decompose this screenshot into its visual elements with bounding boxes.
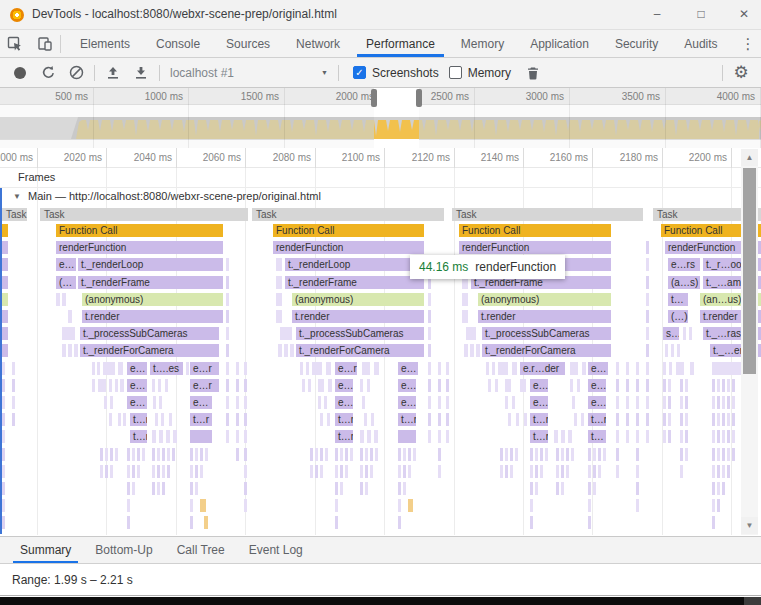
flame-bar[interactable]: e…r [190,379,219,392]
flame-fragment[interactable] [226,413,229,426]
flame-fragment[interactable] [132,482,135,495]
flame-fragment[interactable] [712,413,715,426]
flame-fragment[interactable] [320,465,323,478]
flame-fragment[interactable] [226,430,229,443]
flame-fragment[interactable] [318,396,321,409]
flame-fragment[interactable] [123,413,126,426]
flame-fragment[interactable] [398,482,401,495]
flame-bar[interactable]: e…r [190,362,219,375]
flame-bar[interactable]: (… [56,276,76,289]
flame-fragment[interactable] [204,516,208,529]
flame-fragment[interactable] [110,448,113,461]
flame-fragment[interactable] [408,465,411,478]
flame-fragment[interactable] [110,396,113,409]
flame-fragment[interactable] [167,448,170,461]
flame-fragment[interactable] [505,396,508,409]
tab-application[interactable]: Application [517,30,602,57]
flame-bar[interactable]: t… [588,430,606,443]
flame-fragment[interactable] [398,465,401,478]
flame-fragment[interactable] [226,258,229,271]
flame-fragment[interactable] [571,448,574,461]
flame-fragment[interactable] [157,448,160,461]
flame-fragment[interactable] [190,516,193,529]
task-header[interactable]: Task [452,208,643,221]
flame-fragment[interactable] [722,413,725,426]
flame-bar[interactable]: (anonymous) [478,293,611,306]
flame-fragment[interactable] [153,396,156,409]
flame-fragment[interactable] [408,448,411,461]
flame-fragment[interactable] [278,344,282,357]
flame-fragment[interactable] [680,379,683,392]
flame-fragment[interactable] [598,448,601,461]
flame-fragment[interactable] [488,379,491,392]
flame-fragment[interactable] [276,276,282,289]
load-profile-icon[interactable] [99,60,127,86]
flame-fragment[interactable] [105,448,108,461]
flame-bar[interactable]: t._renderFrame [285,276,424,289]
flame-fragment[interactable] [120,379,124,392]
flame-fragment[interactable] [588,516,591,529]
flame-fragment[interactable] [2,379,5,392]
flame-fragment[interactable] [165,379,168,392]
flame-fragment[interactable] [486,362,489,375]
flame-fragment[interactable] [244,482,247,495]
flame-fragment[interactable] [616,379,619,392]
tab-bottom-up[interactable]: Bottom-Up [88,537,159,563]
flame-fragment[interactable] [62,293,66,306]
flame-fragment[interactable] [226,327,229,340]
flame-fragment[interactable] [500,465,503,478]
flame-fragment[interactable] [717,413,720,426]
scroll-down-button[interactable]: ▼ [741,517,758,534]
flame-bar[interactable]: e… [530,396,548,409]
flame-bar[interactable]: e… [398,379,416,392]
flame-fragment[interactable] [680,448,683,461]
flame-fragment[interactable] [566,465,569,478]
flame-fragment[interactable] [244,396,247,409]
tab-console[interactable]: Console [143,30,213,57]
flame-fragment[interactable] [428,379,431,392]
flame-fragment[interactable] [663,362,666,375]
flame-fragment[interactable] [74,344,78,357]
flame-fragment[interactable] [118,362,123,375]
flame-bar[interactable]: t…r [190,413,212,426]
flame-fragment[interactable] [446,430,449,443]
profile-select[interactable]: localhost #1 ▼ [164,66,334,80]
flame-fragment[interactable] [712,379,715,392]
flame-fragment[interactable] [676,362,684,375]
flame-fragment[interactable] [446,362,449,375]
flame-fragment[interactable] [712,430,715,443]
flame-fragment[interactable] [2,499,5,512]
flame-fragment[interactable] [226,362,229,375]
flame-fragment[interactable] [190,499,193,512]
flame-fragment[interactable] [290,344,294,357]
flame-fragment[interactable] [545,448,548,461]
flame-fragment[interactable] [446,396,449,409]
flame-fragment[interactable] [345,465,348,478]
minimize-button[interactable]: – [640,0,674,29]
flame-fragment[interactable] [320,413,323,426]
flame-fragment[interactable] [646,327,649,340]
flame-fragment[interactable] [115,379,118,392]
flame-bar[interactable]: t…r [335,413,353,426]
flame-fragment[interactable] [636,362,639,375]
flame-fragment[interactable] [512,362,517,375]
flame-fragment[interactable] [137,448,140,461]
flame-fragment[interactable] [360,379,363,392]
flame-fragment[interactable] [616,396,619,409]
flame-fragment[interactable] [335,448,338,461]
flame-fragment[interactable] [438,465,441,478]
flame-fragment[interactable] [510,465,513,478]
flame-fragment[interactable] [636,448,639,461]
record-button[interactable] [6,60,34,86]
save-profile-icon[interactable] [127,60,155,86]
flame-fragment[interactable] [190,448,193,461]
flame-fragment[interactable] [712,465,715,478]
flame-bar[interactable]: (anonymous) [82,293,223,306]
flame-fragment[interactable] [365,465,368,478]
tab-security[interactable]: Security [602,30,671,57]
flame-fragment[interactable] [68,310,72,323]
flame-fragment[interactable] [540,448,543,461]
flame-fragment[interactable] [276,310,282,323]
flame-bar[interactable]: e… [588,362,608,375]
selection-handle-left[interactable] [371,89,377,107]
